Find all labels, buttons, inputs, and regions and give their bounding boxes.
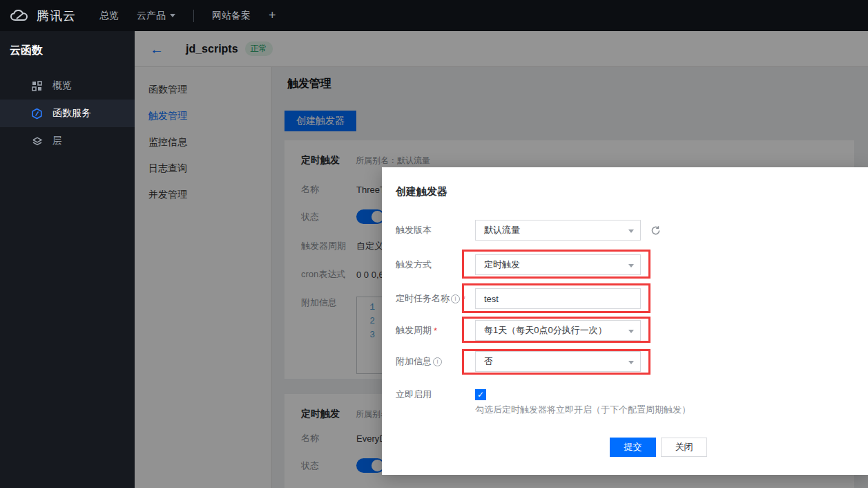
sidebar-item-overview[interactable]: 概览 (0, 72, 135, 100)
nav-products[interactable]: 云产品 (137, 10, 175, 22)
tencent-cloud-logo[interactable]: 腾讯云 (10, 8, 76, 24)
chevron-down-icon (628, 361, 634, 364)
modal-title: 创建触发器 (396, 185, 447, 198)
nav-icp[interactable]: 网站备案 (212, 10, 251, 22)
topbar-nav: 总览 云产品 网站备案 + (99, 8, 276, 23)
required-asterisk: * (434, 326, 437, 336)
sidebar-item-function-service[interactable]: 函数服务 (0, 100, 135, 127)
field-label: 附加信息 i (396, 355, 475, 368)
sidebar-item-layers[interactable]: 层 (0, 127, 135, 155)
required-asterisk: * (462, 294, 465, 304)
function-hexagon-icon (31, 108, 43, 120)
close-button[interactable]: 关闭 (661, 438, 707, 457)
topbar: 腾讯云 总览 云产品 网站备案 + (0, 0, 868, 31)
field-label: 定时任务名称 i * (396, 292, 475, 305)
brand-name: 腾讯云 (37, 8, 76, 24)
cloud-logo-icon (10, 9, 30, 23)
sidebar-item-label: 层 (52, 135, 62, 147)
refresh-icon[interactable] (650, 225, 661, 236)
nav-overview[interactable]: 总览 (99, 10, 119, 22)
field-label: 触发版本 (396, 224, 475, 236)
sidebar-item-label: 概览 (52, 79, 72, 92)
chevron-down-icon (628, 330, 634, 333)
trigger-cycle-select[interactable]: 每1天（每天0点0分执行一次） (475, 320, 641, 341)
create-trigger-modal: 创建触发器 触发版本 默认流量 触发方式 定时触发 定时任务名称 i * (382, 167, 868, 475)
sidebar-title: 云函数 (0, 31, 135, 72)
topbar-divider (193, 10, 194, 22)
add-tab-button[interactable]: + (269, 8, 276, 23)
enable-now-checkbox[interactable]: ✓ (475, 389, 486, 400)
task-name-input[interactable] (475, 288, 641, 309)
field-label: 触发方式 (396, 259, 475, 271)
grid-icon (31, 80, 43, 92)
chevron-down-icon (628, 264, 634, 268)
submit-button[interactable]: 提交 (610, 438, 656, 457)
trigger-version-select[interactable]: 默认流量 (475, 220, 641, 241)
extra-info-select[interactable]: 否 (475, 351, 641, 372)
chevron-down-icon (628, 229, 634, 233)
sidebar: 云函数 概览 函数服务 层 (0, 31, 135, 488)
checkbox-helper-text: 勾选后定时触发器将立即开启（于下个配置周期触发） (475, 404, 691, 416)
sidebar-item-label: 函数服务 (52, 107, 91, 120)
info-icon[interactable]: i (451, 294, 460, 303)
field-label: 立即启用 (396, 388, 475, 401)
field-label: 触发周期 * (396, 324, 475, 337)
trigger-method-select[interactable]: 定时触发 (475, 254, 641, 275)
chevron-down-icon (170, 14, 175, 17)
info-icon[interactable]: i (433, 357, 442, 366)
layers-icon (31, 135, 43, 147)
